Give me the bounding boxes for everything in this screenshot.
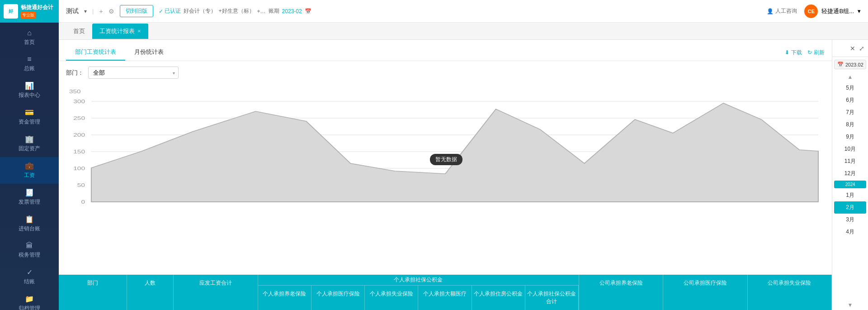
- year-down-btn[interactable]: ▼: [847, 301, 854, 309]
- sidebar: 好 畅捷通好会计 专业版 ⌂ 首页 ≡ 总账 📊 报表中心 💳 资金管理: [0, 0, 59, 310]
- sidebar-item-archive[interactable]: 📁 归档管理: [0, 290, 59, 310]
- filter-label: 部门：: [66, 69, 84, 77]
- sidebar-nav: ⌂ 首页 ≡ 总账 📊 报表中心 💳 资金管理 🏢 固定资产 💼 工资: [0, 23, 59, 310]
- refresh-icon: ↻: [807, 49, 812, 56]
- th-personal-sub: 个人承担养老保险 个人承担医疗保险 个人承担失业保险 个人承担大额医疗 个人承担…: [258, 286, 579, 310]
- sidebar-item-sales[interactable]: 📋 进销台账: [0, 210, 59, 237]
- topbar: 测试 ▾ | + ⚙ 切到旧版 ✓ 已认证 好会计（专） +好生意（标） +… …: [59, 0, 868, 23]
- svg-text:350: 350: [69, 89, 81, 94]
- sales-icon: 📋: [25, 215, 34, 224]
- area-chart: 0 50 100 150 200 250 300 350: [66, 84, 825, 220]
- ledger-icon: ≡: [27, 55, 31, 63]
- sub-tab-monthly[interactable]: 月份统计表: [125, 44, 173, 61]
- sub-tab-dept[interactable]: 部门工资统计表: [66, 44, 125, 61]
- help-button[interactable]: 👤 人工咨询: [767, 7, 797, 15]
- payroll-icon: 💼: [25, 162, 34, 170]
- tax-icon: 🏛: [26, 242, 33, 250]
- month-12[interactable]: 12月: [832, 167, 868, 180]
- certified-badge: ✓ 已认证: [159, 7, 181, 15]
- sidebar-item-invoice[interactable]: 🧾 发票管理: [0, 184, 59, 210]
- content-area: 部门工资统计表 月份统计表 ⬇ 下载 ↻ 刷新: [59, 40, 868, 310]
- th-personal-group-label: 个人承担社保公积金: [258, 275, 579, 286]
- svg-text:50: 50: [77, 182, 85, 188]
- tab-close-btn[interactable]: ×: [137, 28, 141, 34]
- switch-to-old-btn[interactable]: 切到旧版: [120, 5, 153, 17]
- th-company-unemploy: 公司承担失业保险: [748, 275, 832, 310]
- month-list: 5月 6月 7月 8月 9月 10月 11月 12月 2024 1月 2月 3月…: [832, 82, 868, 300]
- topbar-divider: |: [92, 8, 94, 14]
- year-value[interactable]: 📅 2023.02: [834, 60, 866, 69]
- sidebar-item-finance[interactable]: 💳 资金管理: [0, 104, 59, 130]
- filter-select-wrapper: 全部 ▾: [88, 67, 179, 79]
- th-personal-housing: 个人承担住房公积金: [472, 286, 525, 310]
- dept-filter-select[interactable]: 全部: [88, 67, 179, 79]
- topbar-dropdown[interactable]: ▾: [84, 8, 87, 14]
- svg-text:300: 300: [73, 99, 85, 104]
- sidebar-item-assets[interactable]: 🏢 固定资产: [0, 130, 59, 157]
- refresh-btn[interactable]: ↻ 刷新: [807, 49, 825, 57]
- month-8[interactable]: 8月: [832, 119, 868, 131]
- badge-good-business: +好生意（标）: [219, 7, 255, 15]
- month-11[interactable]: 11月: [832, 155, 868, 167]
- sidebar-item-tax[interactable]: 🏛 税务管理: [0, 237, 59, 263]
- user-menu[interactable]: CE 轻捷通B组... ▾: [804, 5, 861, 18]
- month-3[interactable]: 3月: [832, 214, 868, 226]
- period-label: 账期: [269, 7, 279, 15]
- sidebar-item-ledger[interactable]: ≡ 总账: [0, 51, 59, 77]
- logo-badge: 专业版: [21, 12, 36, 19]
- month-7[interactable]: 7月: [832, 106, 868, 119]
- chart-tooltip: 暂无数据: [430, 154, 462, 165]
- tab-home[interactable]: 首页: [66, 24, 92, 39]
- panel-close-btn[interactable]: ✕: [850, 45, 855, 52]
- sidebar-logo: 好 畅捷通好会计 专业版: [0, 0, 59, 23]
- th-salary-total: 应发工资合计: [174, 275, 258, 310]
- year-nav-bottom: ▼: [832, 300, 868, 310]
- user-name: 轻捷通B组...: [821, 7, 854, 15]
- sub-tabs: 部门工资统计表 月份统计表 ⬇ 下载 ↻ 刷新: [59, 40, 832, 61]
- th-company-medical: 公司承担医疗保险: [663, 275, 747, 310]
- logo-icon: 好: [4, 4, 18, 19]
- add-button[interactable]: +: [99, 8, 103, 15]
- home-icon: ⌂: [27, 29, 32, 37]
- month-1[interactable]: 1月: [832, 189, 868, 201]
- topbar-title: 测试: [66, 7, 79, 15]
- chart-area: 0 50 100 150 200 250 300 350: [59, 84, 832, 275]
- user-avatar: CE: [804, 5, 818, 18]
- svg-text:250: 250: [73, 115, 85, 121]
- year-selector: 📅 2023.02: [832, 57, 868, 72]
- tab-payroll-report[interactable]: 工资统计报表 ×: [92, 24, 148, 39]
- period-value: 2023-02: [282, 8, 302, 14]
- table-header-row1: 部门 人数 应发工资合计 个人承担社保公积金 个人承担养老保险 个人承担医疗保险…: [59, 275, 832, 310]
- sidebar-item-reports[interactable]: 📊 报表中心: [0, 77, 59, 104]
- month-10[interactable]: 10月: [832, 143, 868, 155]
- month-2-active[interactable]: 2月: [834, 201, 866, 214]
- archive-icon: 📁: [25, 295, 34, 303]
- month-9[interactable]: 9月: [832, 131, 868, 143]
- year-up-btn[interactable]: ▲: [847, 73, 854, 81]
- topbar-right: 👤 人工咨询 CE 轻捷通B组... ▾: [767, 5, 861, 18]
- bottom-table: 部门 人数 应发工资合计 个人承担社保公积金 个人承担养老保险 个人承担医疗保险…: [59, 275, 832, 310]
- calendar-icon[interactable]: 📅: [305, 8, 311, 14]
- reports-icon: 📊: [25, 81, 34, 90]
- sidebar-item-closing[interactable]: ✓ 结账: [0, 263, 59, 290]
- download-btn[interactable]: ⬇ 下载: [785, 49, 802, 57]
- badge-good-accounting: 好会计（专）: [184, 7, 216, 15]
- topbar-badges: ✓ 已认证 好会计（专） +好生意（标） +… 账期 2023-02 📅: [159, 7, 311, 15]
- logo-title: 畅捷通好会计: [21, 4, 53, 11]
- th-company-pension: 公司承担养老保险: [579, 275, 663, 310]
- th-personal-group: 个人承担社保公积金 个人承担养老保险 个人承担医疗保险 个人承担失业保险 个人承…: [258, 275, 579, 310]
- svg-text:0: 0: [81, 199, 85, 205]
- sidebar-item-home[interactable]: ⌂ 首页: [0, 24, 59, 51]
- check-icon: ✓: [159, 8, 163, 14]
- calendar-small-icon: 📅: [837, 62, 844, 67]
- month-5[interactable]: 5月: [832, 82, 868, 94]
- main-area: 测试 ▾ | + ⚙ 切到旧版 ✓ 已认证 好会计（专） +好生意（标） +… …: [59, 0, 868, 310]
- sidebar-item-payroll[interactable]: 💼 工资: [0, 157, 59, 184]
- th-personal-medical: 个人承担医疗保险: [311, 286, 365, 310]
- panel-expand-btn[interactable]: ⤢: [859, 45, 864, 52]
- settings-button[interactable]: ⚙: [108, 8, 114, 15]
- year-2024-badge: 2024: [834, 181, 866, 188]
- closing-icon: ✓: [27, 268, 33, 277]
- month-6[interactable]: 6月: [832, 94, 868, 106]
- month-4[interactable]: 4月: [832, 226, 868, 238]
